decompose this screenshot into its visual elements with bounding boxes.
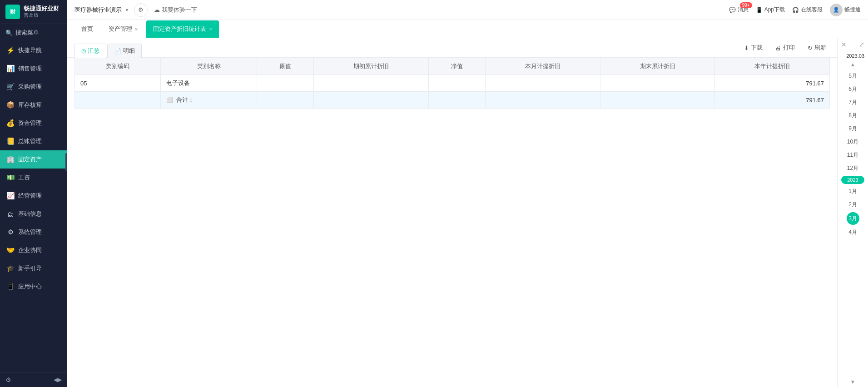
date-panel-list: 5月 6月 7月 8月 9月 10月 11月 12月 2023 1月 2月 3月… xyxy=(838,69,868,377)
download-label: 下载 xyxy=(751,44,763,52)
sidebar-item-label: 新手引导 xyxy=(18,264,42,273)
month-item[interactable]: 11月 xyxy=(838,149,868,162)
table-container: 类别编码 类别名称 原值 期初累计折旧 净值 本月计提折旧 期末累计折旧 本年计… xyxy=(67,58,837,387)
sidebar-item-label: 销售管理 xyxy=(18,64,42,73)
app-download-button[interactable]: 📱 App下载 xyxy=(756,6,785,14)
quick-nav-icon: ⚡ xyxy=(6,46,15,55)
sidebar-item-enterprise[interactable]: 🤝 企业协同 xyxy=(0,241,67,259)
col-opening: 期初累计折旧 xyxy=(314,58,429,75)
col-annual: 本年计提折旧 xyxy=(715,58,830,75)
topbar-right: 💬 消息 99+ 📱 App下载 🎧 在线客服 👤 畅捷通 xyxy=(729,4,861,16)
company-selector[interactable]: 医疗器械行业演示 ▼ xyxy=(74,6,129,14)
settings-footer-icon[interactable]: ⚙ xyxy=(5,376,11,383)
sub-tab-summary[interactable]: ◎ 汇总 xyxy=(74,44,106,58)
user-icon: 👤 xyxy=(833,7,839,13)
month-item[interactable]: 5月 xyxy=(838,69,868,83)
sidebar-item-sales[interactable]: 📊 销售管理 xyxy=(0,60,67,78)
sidebar-item-guide[interactable]: 🎓 新手引导 xyxy=(0,259,67,278)
sidebar-search[interactable]: 🔍 搜索菜单 xyxy=(0,24,67,41)
col-original: 原值 xyxy=(257,58,314,75)
topbar: 医疗器械行业演示 ▼ ⚙ ☁ 我要体验一下 💬 消息 99+ 📱 App下载 🎧… xyxy=(67,0,868,20)
col-name: 类别名称 xyxy=(160,58,257,75)
system-icon: ⚙ xyxy=(6,228,15,236)
refresh-label: 刷新 xyxy=(814,44,826,52)
col-code: 类别编码 xyxy=(75,58,161,75)
refresh-button[interactable]: ↻ 刷新 xyxy=(804,42,830,54)
month-item[interactable]: 6月 xyxy=(838,83,868,96)
sub-tabs: ◎ 汇总 📄 明细 xyxy=(74,44,143,58)
month-item[interactable]: 10月 xyxy=(838,135,868,149)
row-name: 电子设备 xyxy=(160,75,257,92)
sidebar-item-inventory[interactable]: 📦 库存核算 xyxy=(0,96,67,114)
col-monthly: 本月计提折旧 xyxy=(486,58,600,75)
guide-icon: 🎓 xyxy=(6,264,15,273)
sidebar-item-label: 系统管理 xyxy=(18,228,42,236)
print-label: 打印 xyxy=(783,44,795,52)
sidebar-toggle-icon[interactable]: ◀▶ xyxy=(54,377,62,383)
message-badge: 99+ xyxy=(740,2,752,8)
month-item[interactable]: 7月 xyxy=(838,96,868,109)
app-title-block: 畅捷通好业财 普及版 xyxy=(24,5,59,19)
sidebar-item-quick-nav[interactable]: ⚡ 快捷导航 xyxy=(0,41,67,60)
tab-home[interactable]: 首页 xyxy=(74,20,100,38)
date-panel-year: 2023.03 xyxy=(838,51,868,60)
experience-button[interactable]: ☁ 我要体验一下 xyxy=(154,6,197,14)
app-center-icon: 📱 xyxy=(6,283,15,291)
gear-icon: ⚙ xyxy=(138,6,144,13)
fixed-assets-icon: 🏢 xyxy=(6,155,15,164)
user-menu-button[interactable]: 👤 畅捷通 xyxy=(830,4,861,16)
print-button[interactable]: 🖨 打印 xyxy=(772,42,799,54)
tab-depreciation[interactable]: 固定资产折旧统计表 × xyxy=(146,20,218,38)
online-service-button[interactable]: 🎧 在线客服 xyxy=(792,6,823,14)
row-opening xyxy=(314,75,429,92)
month-jan[interactable]: 1月 xyxy=(838,185,868,198)
sidebar-item-system[interactable]: ⚙ 系统管理 xyxy=(0,223,67,241)
sub-tab-detail[interactable]: 📄 明细 xyxy=(107,44,142,58)
date-panel-scroll-up[interactable]: ▲ xyxy=(838,60,868,69)
month-feb[interactable]: 2月 xyxy=(838,198,868,211)
month-mar[interactable]: 3月 xyxy=(847,212,859,225)
sidebar-item-ledger[interactable]: 📒 总账管理 xyxy=(0,132,67,150)
sidebar-item-finance[interactable]: 💰 资金管理 xyxy=(0,114,67,132)
tab-assets[interactable]: 资产管理 × xyxy=(102,20,144,38)
download-icon: ⬇ xyxy=(744,45,749,51)
sidebar-item-basic-info[interactable]: 🗂 基础信息 xyxy=(0,205,67,223)
sidebar-item-payroll[interactable]: 💵 工资 xyxy=(0,169,67,187)
total-label: ⬜ 合计： xyxy=(160,92,257,109)
tab-assets-close[interactable]: × xyxy=(135,26,138,32)
sidebar-item-purchase[interactable]: 🛒 采购管理 xyxy=(0,78,67,96)
date-panel: ✕ ⤢ 2023.03 ▲ 5月 6月 7月 8月 9月 10月 11月 12月… xyxy=(837,38,868,387)
sidebar-item-label: 资金管理 xyxy=(18,119,42,127)
table-row: 05 电子设备 791.67 xyxy=(75,75,830,92)
row-annual: 791.67 xyxy=(715,75,830,92)
sales-icon: 📊 xyxy=(6,64,15,73)
date-panel-scroll-down[interactable]: ▼ xyxy=(838,377,868,387)
settings-button[interactable]: ⚙ xyxy=(134,3,148,17)
enterprise-icon: 🤝 xyxy=(6,246,15,254)
month-item[interactable]: 12月 xyxy=(838,162,868,175)
app-name: 畅捷通好业财 xyxy=(24,5,59,12)
dropdown-icon: ▼ xyxy=(124,7,129,13)
inventory-icon: 📦 xyxy=(6,101,15,109)
date-panel-expand-button[interactable]: ⤢ xyxy=(859,41,864,48)
total-monthly xyxy=(486,92,600,109)
content-area: ◎ 汇总 📄 明细 ⬇ 下载 🖨 打印 xyxy=(67,38,837,387)
download-button[interactable]: ⬇ 下载 xyxy=(740,42,766,54)
sidebar-item-app-center[interactable]: 📱 应用中心 xyxy=(0,278,67,296)
page-content: ◎ 汇总 📄 明细 ⬇ 下载 🖨 打印 xyxy=(67,38,868,387)
sidebar-item-label: 工资 xyxy=(18,174,30,182)
year-divider: 2023 xyxy=(841,176,864,184)
sidebar-item-operations[interactable]: 📈 经营管理 xyxy=(0,187,67,205)
month-item[interactable]: 9月 xyxy=(838,122,868,135)
total-net xyxy=(429,92,486,109)
row-original xyxy=(257,75,314,92)
month-apr[interactable]: 4月 xyxy=(838,226,868,239)
sidebar-item-label: 采购管理 xyxy=(18,83,42,91)
month-item[interactable]: 8月 xyxy=(838,109,868,122)
sidebar-item-fixed-assets[interactable]: 🏢 固定资产 xyxy=(0,150,67,169)
tab-depreciation-close[interactable]: × xyxy=(209,26,212,32)
date-panel-close-button[interactable]: ✕ xyxy=(841,41,847,48)
basic-info-icon: 🗂 xyxy=(6,210,15,218)
total-icon: ⬜ xyxy=(166,97,173,103)
messages-button[interactable]: 💬 消息 99+ xyxy=(729,6,749,14)
